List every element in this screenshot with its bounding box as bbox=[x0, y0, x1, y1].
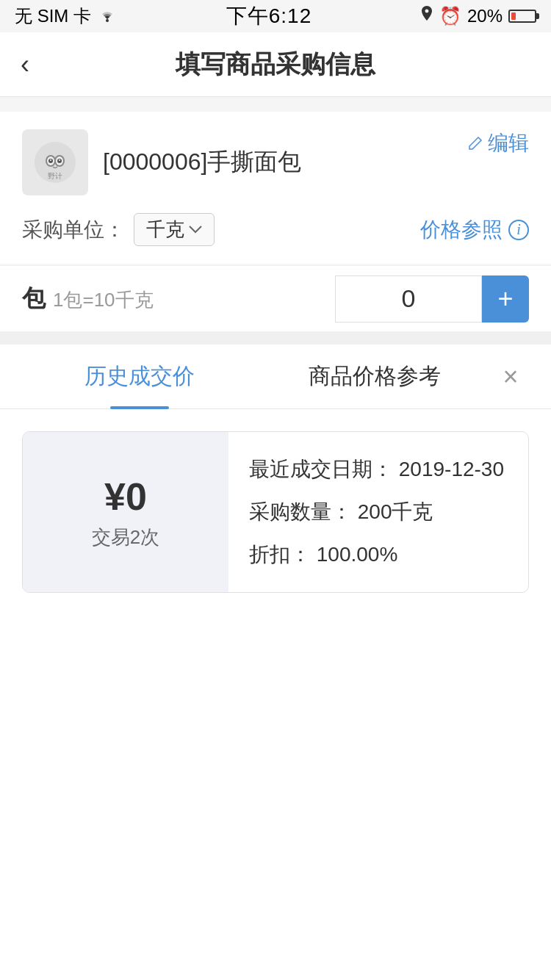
status-bar: 无 SIM 卡 下午6:12 ⏰ 20% bbox=[0, 0, 551, 32]
price-detail-discount: 折扣： 100.00% bbox=[249, 539, 508, 570]
product-image-icon: 野计 bbox=[33, 140, 77, 184]
discount-label: 折扣： bbox=[249, 543, 311, 566]
price-ref-label: 价格参照 bbox=[420, 216, 503, 244]
page-title: 填写商品采购信息 bbox=[176, 48, 375, 82]
dropdown-icon bbox=[189, 226, 202, 234]
product-footer: 采购单位： 千克 价格参照 i bbox=[22, 213, 529, 246]
back-button[interactable]: ‹ bbox=[21, 49, 29, 80]
close-panel-button[interactable]: × bbox=[492, 359, 529, 395]
location-icon bbox=[420, 6, 433, 26]
edit-icon bbox=[467, 135, 483, 151]
battery-icon bbox=[508, 10, 536, 23]
discount-value: 100.00% bbox=[317, 543, 398, 566]
product-name: [0000006]手撕面包 bbox=[103, 146, 301, 179]
product-left: 野计 [0000006]手撕面包 bbox=[22, 129, 301, 195]
nav-bar: ‹ 填写商品采购信息 bbox=[0, 32, 551, 97]
qty-value: 200千克 bbox=[358, 500, 433, 523]
unit-selector[interactable]: 千克 bbox=[134, 213, 215, 246]
price-transactions: 交易2次 bbox=[92, 525, 159, 550]
price-card-right: 最近成交日期： 2019-12-30 采购数量： 200千克 折扣： 100.0… bbox=[228, 432, 528, 592]
qty-unit-main: 包 bbox=[22, 283, 46, 315]
price-value: 0 bbox=[126, 475, 147, 518]
product-thumbnail: 野计 bbox=[22, 129, 88, 195]
currency-symbol: ¥ bbox=[104, 475, 126, 518]
section-divider bbox=[0, 331, 551, 345]
price-detail-date: 最近成交日期： 2019-12-30 bbox=[249, 454, 508, 485]
wifi-icon bbox=[97, 6, 118, 26]
battery-percent: 20% bbox=[467, 6, 503, 26]
white-space bbox=[0, 615, 551, 980]
price-amount: ¥0 bbox=[104, 475, 147, 519]
qty-label: 采购数量： bbox=[249, 500, 352, 523]
price-ref-button[interactable]: 价格参照 i bbox=[420, 216, 529, 244]
price-tabs: 历史成交价 商品价格参考 × bbox=[0, 345, 551, 409]
edit-button[interactable]: 编辑 bbox=[467, 129, 529, 157]
plus-icon: + bbox=[497, 286, 513, 312]
product-header: 野计 [0000006]手撕面包 编辑 bbox=[22, 129, 529, 195]
price-card: ¥0 交易2次 最近成交日期： 2019-12-30 采购数量： 200千克 折… bbox=[22, 431, 529, 593]
quantity-control: 0 + bbox=[335, 275, 529, 323]
tab-history-price[interactable]: 历史成交价 bbox=[22, 345, 257, 409]
price-panel: 历史成交价 商品价格参考 × ¥0 交易2次 最近成交日期： 2019-12-3… bbox=[0, 345, 551, 615]
quantity-plus-button[interactable]: + bbox=[482, 275, 529, 323]
quantity-input[interactable]: 0 bbox=[335, 275, 482, 323]
status-time: 下午6:12 bbox=[226, 2, 312, 30]
help-icon: i bbox=[508, 220, 529, 240]
quantity-row: 包 1包=10千克 0 + bbox=[0, 265, 551, 331]
product-card: 野计 [0000006]手撕面包 编辑 采购单位： 千克 价格参照 bbox=[0, 112, 551, 264]
price-card-left: ¥0 交易2次 bbox=[23, 432, 228, 592]
alarm-icon: ⏰ bbox=[439, 6, 461, 26]
svg-text:野计: 野计 bbox=[48, 172, 62, 180]
svg-point-8 bbox=[50, 159, 51, 161]
status-right: ⏰ 20% bbox=[420, 6, 536, 26]
price-cards-container: ¥0 交易2次 最近成交日期： 2019-12-30 采购数量： 200千克 折… bbox=[0, 409, 551, 615]
quantity-unit-info: 包 1包=10千克 bbox=[22, 283, 154, 315]
unit-value: 千克 bbox=[146, 217, 184, 242]
tab-product-price-ref[interactable]: 商品价格参考 bbox=[257, 345, 492, 409]
date-value: 2019-12-30 bbox=[399, 458, 504, 480]
unit-section: 采购单位： 千克 bbox=[22, 213, 215, 246]
svg-point-9 bbox=[59, 159, 60, 161]
qty-unit-sub: 1包=10千克 bbox=[53, 287, 154, 313]
status-left: 无 SIM 卡 bbox=[15, 4, 118, 28]
date-label: 最近成交日期： bbox=[249, 458, 393, 480]
price-detail-qty: 采购数量： 200千克 bbox=[249, 497, 508, 527]
unit-label: 采购单位： bbox=[22, 216, 125, 244]
svg-point-0 bbox=[106, 19, 109, 22]
carrier-text: 无 SIM 卡 bbox=[15, 4, 91, 28]
